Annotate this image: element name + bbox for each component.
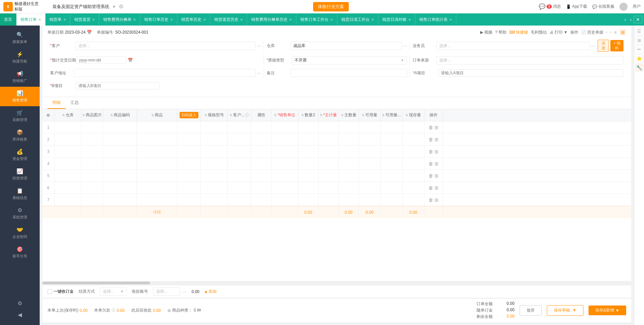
tab-detail[interactable]: 明细 [47, 97, 66, 109]
save-draft-dropdown-icon[interactable]: ▼ [572, 308, 576, 313]
tab-close-fee-split[interactable]: ✕ [133, 18, 136, 22]
sort-icon-avail[interactable]: ⇅ [362, 114, 365, 117]
tab-cash-workbench[interactable]: 钱货日清工作台 ✕ [337, 13, 378, 26]
nav-next-form-icon[interactable]: › [610, 30, 611, 35]
nav-prev-icon[interactable]: ‹ [622, 17, 628, 22]
calendar-icon[interactable]: 📅 [87, 30, 92, 35]
row-1-attr[interactable] [251, 121, 271, 133]
history-link[interactable]: 📄 历史单据 [581, 30, 603, 35]
row-4-delete-icon[interactable]: 🗑 [428, 161, 433, 166]
sidebar-settings-icon[interactable]: ⚙ [16, 298, 24, 308]
sort-icon-warehouse[interactable]: ⇅ [62, 114, 65, 117]
row-5-copy-icon[interactable]: ⊞ [434, 173, 439, 178]
payment-method-select[interactable]: 选择... ▼ [100, 287, 127, 296]
sidebar-item-navigation[interactable]: ⚡ 快捷导航 [0, 48, 40, 67]
invoice-select[interactable]: 不开票 ▼ [292, 56, 407, 65]
video-link[interactable]: ▶ 视频 [480, 30, 492, 35]
sort-icon-uom[interactable]: ⇅ [320, 114, 323, 117]
row-1-customer[interactable] [228, 121, 251, 133]
warehouse-input[interactable]: 成品库 [290, 42, 402, 50]
tab-sales-slip[interactable]: 销货单 ✕ [45, 13, 70, 26]
customer-dots-icon[interactable]: ··· [257, 43, 261, 48]
account-dots-icon[interactable]: ··· [183, 289, 187, 294]
right-panel-icon-4[interactable]: ⭐ [635, 54, 643, 63]
sidebar-collapse-icon[interactable]: ◀ [16, 310, 24, 320]
row-1-copy-icon[interactable]: ⊞ [434, 125, 439, 130]
right-panel-icon-2[interactable]: ⊞ [635, 36, 643, 44]
sort-icon-code[interactable]: ⇅ [110, 114, 113, 117]
online-service-link[interactable]: 💬 在线客服 [592, 4, 614, 9]
remarks-input[interactable] [290, 69, 407, 77]
tab-order-workbench[interactable]: 销售订单工作台 ✕ [296, 13, 337, 26]
tab-close-slip-history[interactable]: ✕ [203, 18, 206, 22]
sidebar-item-finance[interactable]: 💰 资金管理 [0, 145, 40, 165]
tab-order-stats[interactable]: 销售订单统计表 ✕ [415, 13, 456, 26]
payment-method-dropdown[interactable]: 选择... ▼ [100, 287, 127, 296]
dropdown-icon[interactable]: ▼ [112, 4, 116, 9]
row-7-copy-icon[interactable]: ⊞ [434, 197, 439, 203]
tab-return-history[interactable]: 销货退货历史 ✕ [210, 13, 247, 26]
row-2-copy-icon[interactable]: ⊞ [434, 137, 439, 142]
row-1-uom[interactable] [318, 121, 339, 133]
grid-view-icon[interactable]: ⊞ [619, 29, 626, 36]
sidebar-item-inventory[interactable]: 📦 库存核算 [0, 126, 40, 145]
message-icon[interactable]: 💬 9 消息 [539, 3, 561, 10]
row-1-mainqty[interactable] [339, 121, 359, 133]
scrollbar-thumb[interactable] [42, 282, 150, 284]
sidebar-item-guide[interactable]: 🎯 新手引导 [0, 243, 40, 262]
sidebar-item-purchase[interactable]: 🛒 采购管理 [0, 106, 40, 126]
tab-sales-order[interactable]: 销售订单 ✕ [16, 13, 45, 26]
one-click-deposit-checkbox[interactable]: 一键收订金 [47, 289, 74, 294]
settings-icon[interactable]: ⚙ [119, 3, 123, 10]
address-dots-icon[interactable]: ··· [257, 70, 261, 76]
sort-icon-img[interactable]: ⇅ [82, 114, 85, 117]
row-1-delete-icon[interactable]: 🗑 [428, 125, 433, 130]
account-dropdown[interactable]: 选择... [153, 287, 180, 296]
sidebar-item-operations[interactable]: 📈 经营管理 [0, 165, 40, 184]
save-new-button[interactable]: 保存&新增 ▼ [589, 306, 626, 315]
row-1-warehouse[interactable] [54, 121, 81, 133]
row-6-copy-icon[interactable]: ⊞ [434, 185, 439, 191]
row-7-delete-icon[interactable]: 🗑 [428, 197, 433, 203]
shortcut-link[interactable]: ⌨ 快捷键 [509, 30, 528, 35]
customer-input[interactable]: 选择... [75, 42, 256, 50]
a-project-input[interactable] [438, 69, 623, 77]
sidebar-item-marketing[interactable]: 📢 营销推广 [0, 67, 40, 87]
staff-dots-icon[interactable]: ··· [591, 43, 595, 48]
deposit-cb[interactable] [47, 289, 52, 294]
app-download-link[interactable]: 📱 App下载 [566, 4, 587, 9]
horizontal-scrollbar[interactable] [42, 282, 631, 284]
delivery-date-calendar-icon[interactable]: 📅 [128, 58, 133, 63]
sort-icon-spec[interactable]: ⇅ [204, 114, 207, 117]
nav-close-all-icon[interactable]: ✕ [634, 16, 642, 23]
tab-close-order-history[interactable]: ✕ [170, 18, 173, 22]
solution-button[interactable]: 体验行业方案 [313, 2, 349, 11]
th-settings[interactable]: ⚙ [42, 109, 54, 121]
profit-link[interactable]: 毛利预估 [531, 30, 547, 35]
sort-icon-avail2[interactable]: ⇅ [382, 114, 385, 117]
tab-home[interactable]: 首页 [0, 13, 16, 26]
row-1-product[interactable] [137, 121, 177, 133]
row-1-code[interactable] [103, 121, 137, 133]
staff-input[interactable]: 选择... [436, 42, 590, 50]
row-5-delete-icon[interactable]: 🗑 [428, 173, 433, 178]
tab-slip-history[interactable]: 销货单历史 ✕ [177, 13, 210, 26]
sidebar-item-master-data[interactable]: 📋 基础信息 [0, 184, 40, 204]
scan-button[interactable]: 扫码录入 [180, 112, 198, 118]
sort-icon-unit[interactable]: ⇅ [274, 114, 277, 117]
row-3-delete-icon[interactable]: 🗑 [428, 149, 433, 154]
sort-icon-customer[interactable]: ⇅ [230, 114, 232, 117]
account-select[interactable]: 选择... ··· [153, 287, 187, 296]
row-2-delete-icon[interactable]: 🗑 [428, 137, 433, 142]
settings-button[interactable]: 设置 [598, 40, 609, 52]
row-4-copy-icon[interactable]: ⊞ [434, 161, 439, 166]
operations-link[interactable]: 操作 [570, 30, 578, 35]
tab-close-sales-order[interactable]: ✕ [38, 18, 41, 22]
help-link[interactable]: ? 帮助 [495, 30, 506, 35]
nav-prev-form-icon[interactable]: ‹ [606, 30, 607, 35]
right-panel-icon-1[interactable]: ☰ [635, 27, 643, 35]
tab-fee-split[interactable]: 销售费用分摊单 ✕ [99, 13, 140, 26]
tab-close-return-history[interactable]: ✕ [240, 18, 243, 22]
row-6-delete-icon[interactable]: 🗑 [428, 185, 433, 191]
warehouse-dots-icon[interactable]: ··· [403, 43, 407, 48]
